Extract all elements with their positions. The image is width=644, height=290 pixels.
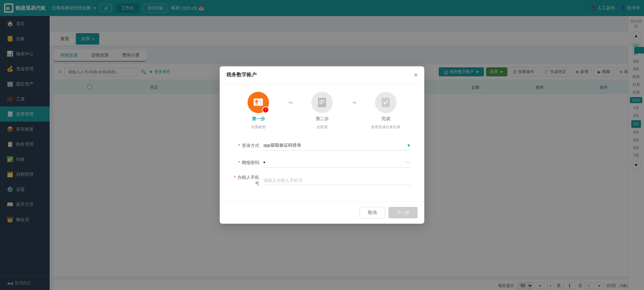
- step-2-icon: [311, 92, 333, 113]
- dialog-footer: 取消 下一步: [220, 201, 424, 224]
- phone-row: * 办税人手机号: [233, 174, 411, 187]
- phone-label: * 办税人手机号: [233, 174, 263, 187]
- svg-rect-2: [254, 98, 263, 106]
- phone-input[interactable]: [263, 176, 411, 185]
- password-input[interactable]: [263, 159, 406, 165]
- next-button[interactable]: 下一步: [388, 207, 418, 218]
- svg-point-3: [255, 100, 258, 103]
- step-3-label: 完成: [381, 116, 390, 122]
- step-2: 第二步 去取票: [297, 92, 347, 130]
- password-field-wrap: 〰: [263, 157, 411, 168]
- password-control: 〰: [263, 157, 411, 168]
- login-method-select[interactable]: app获取验证码登录 ▼: [263, 140, 411, 151]
- step-2-desc: 去取票: [317, 125, 328, 130]
- eye-icon[interactable]: 〰: [406, 160, 411, 165]
- password-label: * 网报密码: [233, 160, 263, 166]
- login-method-control: app获取验证码登录 ▼: [263, 140, 411, 151]
- step-3-icon: [375, 92, 396, 113]
- dialog-body: ! 第一步 完善账密 ➜: [220, 84, 424, 201]
- dialog-title: 税务数字账户: [226, 72, 257, 78]
- steps: ! 第一步 完善账密 ➜: [233, 92, 411, 130]
- step-1-icon: !: [248, 92, 269, 113]
- dialog: 税务数字账户 × !: [220, 66, 424, 224]
- step-1: ! 第一步 完善账密: [233, 92, 283, 130]
- phone-control: [263, 176, 411, 185]
- step-1-desc: 完善账密: [251, 125, 266, 130]
- select-arrow-icon: ▼: [407, 143, 411, 148]
- step-3: 完成 查看具体任务结果: [361, 92, 411, 130]
- dialog-close-btn[interactable]: ×: [414, 72, 418, 78]
- step-2-label: 第二步: [316, 116, 329, 122]
- login-method-row: * 登录方式 app获取验证码登录 ▼: [233, 140, 411, 151]
- step-arrow-2: ➜: [347, 92, 361, 106]
- step-1-label: 第一步: [252, 116, 265, 122]
- modal-overlay: 税务数字账户 × !: [0, 0, 644, 290]
- step-1-error-badge: !: [262, 106, 269, 113]
- step-3-desc: 查看具体任务结果: [371, 125, 400, 130]
- dialog-header: 税务数字账户 ×: [220, 66, 424, 84]
- password-row: * 网报密码 〰: [233, 157, 411, 168]
- step-arrow-1: ➜: [283, 92, 297, 106]
- login-method-label: * 登录方式: [233, 143, 263, 149]
- cancel-button[interactable]: 取消: [360, 207, 385, 218]
